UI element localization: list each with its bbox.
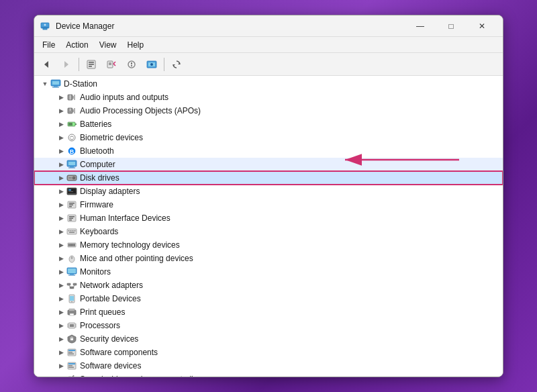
tree-item-root[interactable]: ▼ D-Station (34, 77, 503, 91)
svg-rect-73 (70, 244, 71, 246)
svg-rect-85 (73, 283, 77, 285)
svg-rect-67 (70, 230, 72, 232)
expand-arrow-print[interactable]: ▶ (56, 305, 66, 319)
tree-item-portable[interactable]: ▶ Portable Devices (34, 292, 503, 305)
audio-processing-label: Audio Processing Objects (APOs) (80, 106, 201, 115)
expand-arrow-security[interactable]: ▶ (56, 332, 66, 346)
expand-arrow-software-components[interactable]: ▶ (56, 346, 66, 359)
svg-rect-65 (67, 229, 77, 234)
bluetooth-label: Bluetooth (80, 146, 114, 156)
tree-item-security[interactable]: ▶ Security devices (34, 332, 503, 346)
biometric-label: Biometric devices (80, 133, 143, 142)
toolbar-refresh-button[interactable] (167, 56, 186, 73)
device-tree[interactable]: ▼ D-Station ▶ (34, 76, 503, 377)
expand-arrow-biometric[interactable]: ▶ (56, 131, 66, 144)
tree-item-computer[interactable]: ▶ Computer (34, 158, 503, 171)
toolbar-button-2[interactable] (102, 56, 121, 73)
toolbar-properties-button[interactable] (82, 56, 101, 73)
security-label: Security devices (80, 334, 138, 344)
tree-item-audio-processing[interactable]: ▶ Audio Processing Objects (APOs) (34, 104, 503, 117)
expand-arrow-memory[interactable]: ▶ (56, 238, 66, 252)
tree-item-hid[interactable]: ▶ Human Interface Devices (34, 211, 503, 225)
tree-item-bluetooth[interactable]: ▶ B Bluetooth (34, 144, 503, 158)
expand-arrow-disk-drives[interactable]: ▶ (56, 171, 66, 185)
toolbar-button-3[interactable] (122, 56, 141, 73)
expand-arrow-mice[interactable]: ▶ (56, 252, 66, 265)
tree-item-disk-drives[interactable]: ▶ Disk drives (34, 171, 503, 185)
tree-item-audio-inputs[interactable]: ▶ Audio inputs and outputs (34, 91, 503, 104)
software-components-label: Software components (80, 348, 158, 357)
tree-item-network[interactable]: ▶ Network adapters (34, 279, 503, 292)
expand-arrow-display-adapters[interactable]: ▶ (56, 185, 66, 198)
svg-rect-75 (72, 244, 74, 246)
display-adapters-label: Display adapters (80, 187, 140, 196)
expand-arrow-root[interactable]: ▼ (40, 77, 50, 91)
svg-point-20 (150, 63, 153, 66)
icon-biometric (66, 132, 77, 143)
expand-arrow-monitors[interactable]: ▶ (56, 265, 66, 279)
maximize-button[interactable]: □ (436, 15, 467, 37)
software-devices-label: Software devices (80, 361, 141, 371)
icon-audio-processing (66, 105, 77, 116)
tree-item-processors[interactable]: ▶ Processors (34, 319, 503, 332)
tree-item-monitors[interactable]: ▶ Monitors (34, 265, 503, 279)
toolbar-button-4[interactable] (142, 56, 161, 73)
svg-rect-108 (68, 354, 74, 355)
svg-rect-9 (89, 66, 92, 67)
svg-point-51 (73, 177, 75, 179)
svg-point-41 (68, 134, 75, 141)
expand-arrow-keyboards[interactable]: ▶ (56, 225, 66, 238)
expand-arrow-portable[interactable]: ▶ (56, 292, 66, 305)
expand-arrow-audio-inputs[interactable]: ▶ (56, 91, 66, 104)
tree-item-mice[interactable]: ▶ Mice and other pointing devices (34, 252, 503, 265)
expand-arrow-software-devices[interactable]: ▶ (56, 359, 66, 373)
svg-rect-69 (75, 230, 76, 232)
expand-arrow-batteries[interactable]: ▶ (56, 117, 66, 131)
network-label: Network adapters (80, 281, 143, 290)
svg-rect-112 (68, 367, 74, 369)
toolbar-separator-1 (79, 58, 79, 71)
tree-item-print[interactable]: ▶ Print queues (34, 305, 503, 319)
menu-file[interactable]: File (37, 39, 60, 51)
svg-rect-63 (69, 218, 73, 219)
keyboards-label: Keyboards (80, 227, 118, 236)
device-manager-window: Device Manager — □ ✕ File Action View He… (34, 15, 503, 377)
tree-item-software-components[interactable]: ▶ Software components (34, 346, 503, 359)
tree-item-biometric[interactable]: ▶ Biometric devices (34, 131, 503, 144)
svg-rect-110 (68, 363, 75, 364)
expand-arrow-sound[interactable]: ▶ (56, 373, 66, 377)
expand-arrow-bluetooth[interactable]: ▶ (56, 144, 66, 158)
tree-item-firmware[interactable]: ▶ Firmware (34, 198, 503, 211)
computer-label: Computer (80, 160, 115, 169)
expand-arrow-processors[interactable]: ▶ (56, 319, 66, 332)
svg-rect-7 (89, 62, 94, 63)
window-title: Device Manager (56, 21, 405, 31)
expand-arrow-hid[interactable]: ▶ (56, 211, 66, 225)
close-button[interactable]: ✕ (467, 15, 497, 37)
expand-arrow-computer[interactable]: ▶ (56, 158, 66, 171)
minimize-button[interactable]: — (405, 15, 436, 37)
icon-audio-inputs (66, 92, 77, 103)
icon-software-devices (66, 360, 77, 371)
svg-rect-84 (67, 283, 70, 285)
tree-item-keyboards[interactable]: ▶ Keyboards (34, 225, 503, 238)
svg-rect-45 (68, 162, 75, 165)
menu-view[interactable]: View (94, 39, 122, 51)
tree-item-batteries[interactable]: ▶ Batteries (34, 117, 503, 131)
tree-item-sound[interactable]: ▶ Sound, video and game controllers (34, 373, 503, 377)
expand-arrow-audio-processing[interactable]: ▶ (56, 104, 66, 117)
window-controls: — □ ✕ (405, 15, 497, 37)
icon-computer-root (50, 79, 61, 89)
menu-help[interactable]: Help (122, 39, 150, 51)
expand-arrow-firmware[interactable]: ▶ (56, 198, 66, 211)
tree-item-memory[interactable]: ▶ Memory technology devices (34, 238, 503, 252)
tree-item-display-adapters[interactable]: ▶ Display adapters (34, 185, 503, 198)
toolbar-forward-button[interactable] (57, 56, 76, 73)
menu-action[interactable]: Action (60, 39, 93, 51)
toolbar-back-button[interactable] (37, 56, 56, 73)
svg-rect-60 (69, 206, 72, 207)
svg-rect-27 (54, 86, 58, 87)
expand-arrow-network[interactable]: ▶ (56, 279, 66, 292)
tree-item-software-devices[interactable]: ▶ Software devices (34, 359, 503, 373)
icon-portable (66, 293, 77, 304)
